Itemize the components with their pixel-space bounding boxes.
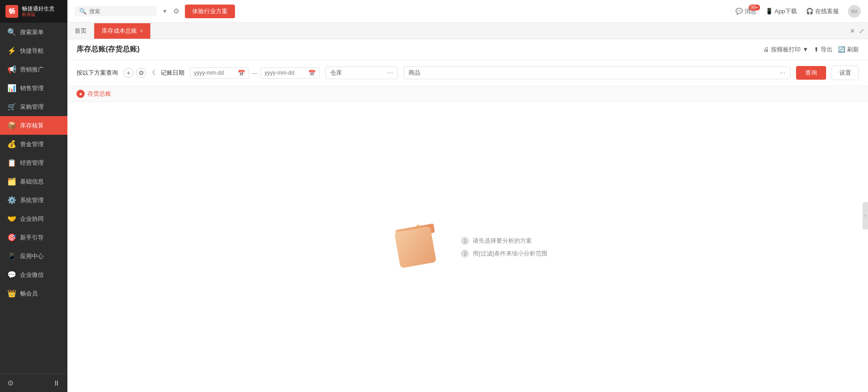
empty-text: 1 请先选择要分析的方案 2 用[过滤]条件来缩小分析范围 bbox=[461, 237, 547, 258]
search-dropdown-icon[interactable]: ▼ bbox=[162, 8, 168, 15]
sidebar-nav: 🔍 搜索菜单 ⚡ 快捷导航 📢 营销推广 📊 销售管理 🛒 采购管理 📦 库存核… bbox=[0, 23, 67, 374]
headset-icon: 🎧 bbox=[806, 8, 813, 15]
step2-circle: 2 bbox=[461, 249, 469, 258]
sidebar-item-new-guide[interactable]: 🎯 新手引导 bbox=[0, 228, 67, 247]
sidebar-item-system[interactable]: ⚙️ 系统管理 bbox=[0, 191, 67, 209]
print-btn[interactable]: 🖨 按模板打印 ▼ bbox=[763, 46, 808, 54]
print-label: 按模板打印 bbox=[771, 46, 801, 54]
sidebar-item-search[interactable]: 🔍 搜索菜单 bbox=[0, 23, 67, 41]
nav-label-marketing: 营销推广 bbox=[20, 66, 44, 74]
sidebar-item-basic-info[interactable]: 🗂️ 基础信息 bbox=[0, 172, 67, 191]
nav-label-system: 系统管理 bbox=[20, 196, 44, 204]
nav-icon-enterprise: 🤝 bbox=[7, 214, 15, 223]
nav-icon-marketing: 📢 bbox=[7, 65, 15, 74]
sidebar-item-quick-nav[interactable]: ⚡ 快捷导航 bbox=[0, 41, 67, 60]
filter-row: 按以下方案查询 + ⚙ 《 记账日期 📅 — 📅 bbox=[77, 66, 859, 80]
audio-icon[interactable]: ⏸ bbox=[53, 379, 60, 387]
topbar: 🔍 ▼ ⚙ 体验行业方案 💬 消息 99+ 📱 App下载 🎧 在线客服 Rit bbox=[67, 0, 868, 23]
date-end-input[interactable] bbox=[265, 70, 306, 76]
user-avatar[interactable]: Rit bbox=[848, 5, 861, 18]
messages-btn[interactable]: 💬 消息 99+ bbox=[735, 7, 756, 15]
search-input[interactable] bbox=[89, 8, 148, 15]
online-service-btn[interactable]: 🎧 在线客服 bbox=[806, 7, 839, 15]
nav-label-operations: 经营管理 bbox=[20, 159, 44, 167]
sidebar-item-app-center[interactable]: 📱 应用中心 bbox=[0, 247, 67, 265]
nav-icon-search: 🔍 bbox=[7, 28, 15, 36]
app-download-label: App下载 bbox=[775, 7, 797, 15]
topbar-search-box[interactable]: 🔍 bbox=[75, 6, 157, 16]
query-btn[interactable]: 查询 bbox=[796, 66, 826, 80]
logo-sub-text: 标准版 bbox=[22, 12, 55, 17]
filter-add-btn[interactable]: + bbox=[123, 68, 133, 78]
message-icon: 💬 bbox=[735, 8, 743, 15]
export-btn[interactable]: ⬆ 导出 bbox=[814, 46, 832, 54]
logo-main-text: 畅捷通好生意 bbox=[22, 5, 55, 12]
filter-add-actions: + ⚙ 《 bbox=[123, 68, 155, 78]
filter-collapse-btn[interactable]: 《 bbox=[149, 69, 155, 77]
content-area: 库存总账(存货总账) 🖨 按模板打印 ▼ ⬆ 导出 🔄 刷新 bbox=[67, 39, 868, 392]
sidebar-item-sales[interactable]: 📊 销售管理 bbox=[0, 79, 67, 97]
page-header: 库存总账(存货总账) 🖨 按模板打印 ▼ ⬆ 导出 🔄 刷新 bbox=[67, 39, 868, 60]
nav-icon-operations: 📋 bbox=[7, 158, 15, 167]
nav-icon-inventory: 📦 bbox=[7, 121, 15, 130]
online-service-label: 在线客服 bbox=[815, 7, 839, 15]
nav-label-enterprise: 企业协同 bbox=[20, 215, 44, 223]
close-panel-btn[interactable]: ✕ bbox=[850, 27, 855, 35]
settings-btn[interactable]: 设置 bbox=[832, 66, 859, 80]
page-title: 库存总账(存货总账) bbox=[77, 45, 140, 54]
date-separator: — bbox=[252, 70, 258, 76]
app-download-btn[interactable]: 📱 App下载 bbox=[766, 7, 797, 15]
product-label: 商品 bbox=[408, 69, 420, 77]
sidebar-item-marketing[interactable]: 📢 营销推广 bbox=[0, 60, 67, 79]
nav-label-funds: 资金管理 bbox=[20, 140, 44, 148]
warehouse-select[interactable]: 仓库 ··· bbox=[325, 66, 398, 79]
sidebar-item-operations[interactable]: 📋 经营管理 bbox=[0, 153, 67, 172]
date-start-input[interactable] bbox=[194, 70, 235, 76]
nav-label-app-center: 应用中心 bbox=[20, 252, 44, 260]
step2-text: 用[过滤]条件来缩小分析范围 bbox=[473, 249, 547, 258]
nav-label-purchase: 采购管理 bbox=[20, 103, 44, 111]
sidebar: 畅 畅捷通好生意 标准版 🔍 搜索菜单 ⚡ 快捷导航 📢 营销推广 📊 销售管理… bbox=[0, 0, 67, 392]
nav-label-vip: 畅会员 bbox=[20, 290, 38, 298]
step1-text: 请先选择要分析的方案 bbox=[473, 237, 532, 245]
tab-inventory-ledger[interactable]: 库存成本总账 × bbox=[94, 23, 151, 39]
sidebar-item-wechat[interactable]: 💬 企业微信 bbox=[0, 265, 67, 284]
refresh-btn[interactable]: 🔄 刷新 bbox=[838, 46, 859, 54]
sidebar-bottom: ⚙ ⏸ bbox=[0, 374, 67, 392]
calendar-end-icon[interactable]: 📅 bbox=[308, 70, 316, 76]
nav-icon-sales: 📊 bbox=[7, 84, 15, 92]
scheme-item[interactable]: ● 存货总账 bbox=[77, 90, 111, 98]
sidebar-item-funds[interactable]: 💰 资金管理 bbox=[0, 135, 67, 153]
expand-panel-btn[interactable]: ⤢ bbox=[859, 27, 864, 35]
sidebar-item-enterprise[interactable]: 🤝 企业协同 bbox=[0, 209, 67, 228]
tab-label: 库存成本总账 bbox=[102, 27, 137, 35]
industry-btn[interactable]: 体验行业方案 bbox=[185, 5, 235, 18]
product-select[interactable]: 商品 ··· bbox=[403, 66, 791, 79]
empty-step2: 2 用[过滤]条件来缩小分析范围 bbox=[461, 249, 547, 258]
filter-settings-icon-btn[interactable]: ⚙ bbox=[136, 68, 146, 78]
box-shape bbox=[394, 226, 437, 268]
tab-home[interactable]: 首页 bbox=[67, 23, 94, 39]
export-icon: ⬆ bbox=[814, 46, 819, 53]
messages-badge: 99+ bbox=[749, 5, 760, 10]
warehouse-more-icon: ··· bbox=[387, 69, 393, 77]
topbar-right: 💬 消息 99+ 📱 App下载 🎧 在线客服 Rit bbox=[735, 5, 861, 18]
tab-close-icon[interactable]: × bbox=[140, 28, 143, 34]
sidebar-item-vip[interactable]: 👑 畅会员 bbox=[0, 284, 67, 303]
step1-circle: 1 bbox=[461, 237, 469, 245]
sidebar-item-purchase[interactable]: 🛒 采购管理 bbox=[0, 97, 67, 116]
empty-illustration: ✦ bbox=[388, 220, 443, 275]
scheme-row: ● 存货总账 bbox=[67, 86, 868, 102]
nav-icon-system: ⚙️ bbox=[7, 196, 15, 204]
date-end-wrap[interactable]: 📅 bbox=[260, 67, 320, 79]
nav-icon-quick-nav: ⚡ bbox=[7, 46, 15, 55]
settings-bottom-icon[interactable]: ⚙ bbox=[7, 379, 14, 387]
date-start-wrap[interactable]: 📅 bbox=[190, 67, 249, 79]
sidebar-item-inventory[interactable]: 📦 库存核算 bbox=[0, 116, 67, 135]
logo-text: 畅捷通好生意 标准版 bbox=[22, 5, 55, 17]
topbar-settings-icon[interactable]: ⚙ bbox=[173, 7, 179, 15]
print-icon: 🖨 bbox=[763, 46, 769, 53]
nav-label-basic-info: 基础信息 bbox=[20, 178, 44, 186]
right-panel-toggle[interactable]: › bbox=[863, 202, 868, 229]
calendar-start-icon[interactable]: 📅 bbox=[238, 70, 245, 76]
